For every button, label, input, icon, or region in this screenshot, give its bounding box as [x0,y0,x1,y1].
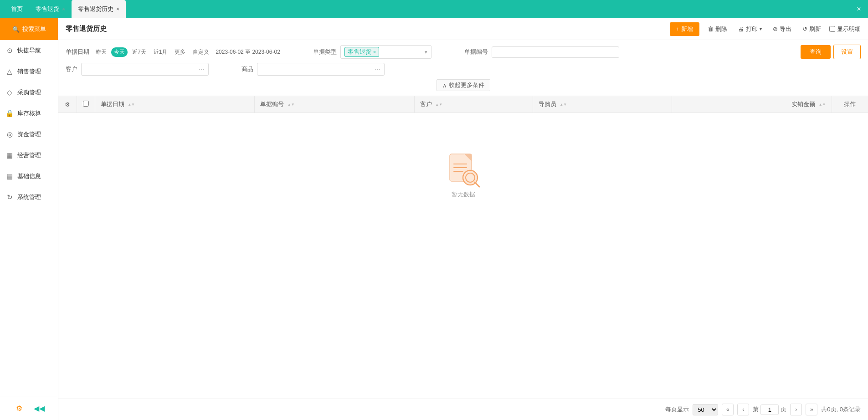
content-area: 零售退货历史 + 新增 🗑 删除 🖨 打印 ▾ ⊘ 导出 ↺ [58,18,868,420]
sidebar-item-sales-mgmt[interactable]: △ 销售管理 [0,61,58,82]
table-container: ⚙ 单据日期 ▲▼ 单据编号 ▲▼ [58,96,868,399]
select-all-checkbox[interactable] [83,101,89,107]
sidebar-item-basic-info[interactable]: ▤ 基础信息 [0,166,58,187]
collapse-button[interactable]: ∧ 收起更多条件 [437,79,490,91]
show-detail-checkbox[interactable] [829,26,835,32]
filter-row-1: 单据日期 昨天 今天 近7天 近1月 更多 自定义 2023-06-02 至 2… [66,45,861,59]
voucher-no-input[interactable] [492,46,619,58]
date-btn-1month[interactable]: 近1月 [151,47,170,57]
tab-retail-return-history[interactable]: 零售退货历史 × [72,0,126,18]
th-date-label: 单据日期 [101,101,124,108]
print-button[interactable]: 🖨 打印 ▾ [735,23,765,35]
print-icon: 🖨 [738,26,744,32]
export-button[interactable]: ⊘ 导出 [770,23,794,35]
delete-button[interactable]: 🗑 删除 [705,23,730,35]
voucher-filter-label: 单据编号 [464,48,488,56]
filter-type-item: 单据类型 零售退货 × ▾ [313,45,431,59]
customer-sort-icon[interactable]: ▲▼ [435,102,442,107]
date-btn-yesterday[interactable]: 昨天 [93,47,109,57]
date-filter-label: 单据日期 [66,48,89,56]
top-bar: 首页 零售退货 × 零售退货历史 × × [0,0,868,18]
filter-row-2: 客户 ··· 商品 ··· [66,63,861,76]
empty-state: 暂无数据 [58,113,868,235]
sidebar-settings-button[interactable]: ⚙ [11,400,27,416]
window-close-button[interactable]: × [850,0,868,18]
th-checkbox [77,96,95,113]
goods-input[interactable] [261,66,375,73]
th-settings: ⚙ [58,96,77,113]
filter-customer-item: 客户 ··· [66,63,209,76]
sidebar-bottom: ⚙ ◀◀ [0,396,58,420]
pagination-bar: 每页显示 50 10 20 100 « ‹ 第 页 › » 共0页, 0条记录 [58,399,868,420]
goods-dots-icon[interactable]: ··· [375,65,380,73]
customer-dots-icon[interactable]: ··· [199,65,205,73]
print-arrow-icon: ▾ [760,26,762,31]
sidebar-item-system-mgmt[interactable]: ↻ 系统管理 [0,187,58,208]
goods-filter-label: 商品 [241,65,253,73]
settings-filter-button[interactable]: 设置 [833,45,861,59]
tab-retail-return-close[interactable]: × [62,6,65,12]
date-range-display: 2023-06-02 至 2023-06-02 [216,48,280,56]
sidebar-search[interactable]: 🔍 搜索菜单 [0,18,58,40]
purchase-icon: ◇ [5,88,14,97]
sidebar-item-operations-mgmt[interactable]: ▦ 经营管理 [0,145,58,166]
column-settings-icon[interactable]: ⚙ [65,101,70,108]
collapse-row: ∧ 收起更多条件 [66,79,861,91]
th-ops-label: 操作 [844,101,856,108]
show-detail-checkbox-group: 显示明细 [829,25,861,33]
type-tag: 零售退货 × [344,47,379,57]
add-button[interactable]: + 新增 [670,22,699,36]
per-page-select[interactable]: 50 10 20 100 [693,404,718,415]
date-btn-more[interactable]: 更多 [172,47,188,57]
delete-icon: 🗑 [708,26,714,32]
refresh-button[interactable]: ↺ 刷新 [800,23,824,35]
table-body: 暂无数据 [58,113,868,236]
guide-sort-icon[interactable]: ▲▼ [560,102,567,107]
data-table: ⚙ 单据日期 ▲▼ 单据编号 ▲▼ [58,96,868,235]
th-guide-label: 导购员 [539,101,556,108]
amount-sort-icon[interactable]: ▲▼ [819,102,826,107]
next-page-button[interactable]: › [790,404,802,415]
date-btn-custom[interactable]: 自定义 [190,47,212,57]
date-btn-7days[interactable]: 近7天 [129,47,149,57]
first-page-button[interactable]: « [722,404,734,415]
sales-icon: △ [5,67,14,76]
page-number-input[interactable] [760,405,779,415]
filter-goods-item: 商品 ··· [241,63,385,76]
th-date: 单据日期 ▲▼ [95,96,255,113]
home-icon: ⊙ [5,46,14,55]
date-sort-icon[interactable]: ▲▼ [128,102,135,107]
type-arrow-icon: ▾ [425,49,427,55]
last-page-button[interactable]: » [806,404,817,415]
empty-text: 暂无数据 [452,190,475,199]
sidebar-volume-button[interactable]: ◀◀ [31,400,47,416]
sidebar-item-quick-nav[interactable]: ⊙ 快捷导航 [0,40,58,61]
filter-area: 单据日期 昨天 今天 近7天 近1月 更多 自定义 2023-06-02 至 2… [58,40,868,96]
page-title: 零售退货历史 [66,25,670,33]
sidebar-item-finance-mgmt[interactable]: ◎ 资金管理 [0,124,58,145]
collapse-icon: ∧ [442,82,447,89]
sidebar-item-purchase-mgmt[interactable]: ◇ 采购管理 [0,82,58,103]
voucher-sort-icon[interactable]: ▲▼ [288,102,295,107]
date-btn-today[interactable]: 今天 [111,47,128,57]
operations-icon: ▦ [5,151,14,159]
export-icon: ⊘ [773,26,778,32]
th-amount-label: 实销金额 [791,101,815,108]
type-select[interactable]: 零售退货 × ▾ [340,45,431,59]
prev-page-button[interactable]: ‹ [737,404,749,415]
sidebar-item-inventory[interactable]: 🔒 库存核算 [0,103,58,124]
filter-voucher-item: 单据编号 [464,46,619,58]
toolbar: + 新增 🗑 删除 🖨 打印 ▾ ⊘ 导出 ↺ 刷新 [670,22,861,36]
type-tag-close[interactable]: × [373,49,376,55]
th-customer: 客户 ▲▼ [414,96,533,113]
query-button[interactable]: 查询 [801,45,831,59]
per-page-label: 每页显示 [665,405,689,414]
th-ops: 操作 [832,96,868,113]
tab-home[interactable]: 首页 [5,0,29,18]
finance-icon: ◎ [5,130,14,138]
tab-retail-return-history-close[interactable]: × [116,6,119,12]
table-header-row: ⚙ 单据日期 ▲▼ 单据编号 ▲▼ [58,96,868,113]
svg-line-8 [475,182,479,187]
tab-retail-return[interactable]: 零售退货 × [29,0,72,18]
customer-input[interactable] [85,66,199,73]
